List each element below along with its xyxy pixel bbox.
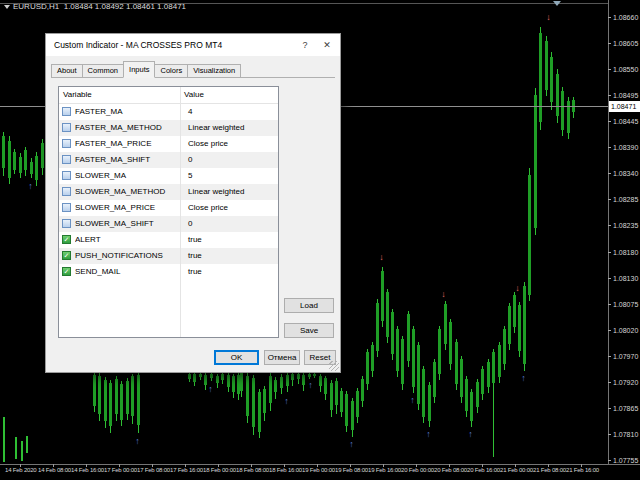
param-row-alert[interactable]: ✓ALERTtrue bbox=[59, 232, 278, 248]
time-label: 19 Feb 00:00 bbox=[302, 467, 335, 473]
time-scale[interactable]: 14 Feb 202014 Feb 08:0014 Feb 16:0017 Fe… bbox=[0, 465, 640, 480]
save-button[interactable]: Save bbox=[284, 323, 334, 338]
symbol-dropdown-icon[interactable] bbox=[4, 5, 10, 9]
candle-body bbox=[280, 377, 283, 388]
param-value[interactable]: Linear weighted bbox=[180, 184, 278, 200]
param-value[interactable]: Close price bbox=[180, 200, 278, 216]
cancel-button[interactable]: Отмена bbox=[264, 350, 300, 365]
candle-body bbox=[539, 33, 542, 122]
down-arrow-icon: ↓ bbox=[544, 13, 553, 22]
param-value[interactable]: true bbox=[180, 264, 278, 280]
param-value[interactable]: 0 bbox=[180, 216, 278, 232]
param-value[interactable]: Close price bbox=[180, 136, 278, 152]
up-arrow-icon: ↑ bbox=[347, 440, 356, 449]
up-arrow-icon: ↑ bbox=[26, 182, 35, 191]
candle-body bbox=[41, 143, 44, 168]
candle-body bbox=[93, 375, 96, 406]
price-label: 1.08495 bbox=[613, 92, 638, 99]
close-icon[interactable]: ✕ bbox=[318, 37, 336, 53]
candle-body bbox=[297, 374, 300, 379]
candle-body bbox=[345, 394, 348, 426]
candle-body bbox=[503, 329, 506, 364]
param-row-send_mail[interactable]: ✓SEND_MAILtrue bbox=[59, 264, 278, 280]
candle-body bbox=[401, 339, 404, 384]
candle-body bbox=[356, 391, 359, 417]
candle-body bbox=[381, 271, 384, 321]
table-header: Variable Value bbox=[59, 87, 278, 104]
table-rows: FASTER_MA4FASTER_MA_METHODLinear weighte… bbox=[59, 104, 278, 280]
down-arrow-icon: ↓ bbox=[439, 290, 448, 299]
price-label: 1.08130 bbox=[613, 275, 638, 282]
price-tick bbox=[608, 225, 611, 226]
time-label: 14 Feb 2020 bbox=[5, 467, 37, 473]
column-header-value[interactable]: Value bbox=[180, 87, 278, 103]
param-row-slower_ma_method[interactable]: SLOWER_MA_METHODLinear weighted bbox=[59, 184, 278, 200]
time-label: 20 Feb 16:00 bbox=[467, 467, 500, 473]
price-label: 1.07755 bbox=[613, 457, 638, 464]
param-row-slower_ma_shift[interactable]: SLOWER_MA_SHIFT0 bbox=[59, 216, 278, 232]
ohlc-values: 1.08484 1.08492 1.08461 1.08471 bbox=[64, 2, 186, 11]
price-tick bbox=[608, 121, 611, 122]
price-label: 1.08390 bbox=[613, 144, 638, 151]
boolean-input-icon: ✓ bbox=[62, 251, 71, 260]
param-name: SLOWER_MA bbox=[75, 168, 180, 184]
column-header-variable[interactable]: Variable bbox=[59, 87, 180, 103]
candle-body bbox=[274, 380, 277, 392]
mt4-chart-window: ↑↑↑↑↑↑↑↑↑↑↓↓↓↓ EURUSD,H1 1.08484 1.08492… bbox=[0, 0, 640, 480]
param-row-slower_ma[interactable]: SLOWER_MA5 bbox=[59, 168, 278, 184]
candle-body bbox=[221, 374, 224, 380]
candle-body bbox=[104, 380, 107, 421]
price-scale[interactable]: 1.086601.086051.085501.084951.084451.083… bbox=[608, 0, 640, 464]
candle-body bbox=[476, 382, 479, 407]
up-arrow-icon: ↑ bbox=[206, 385, 215, 394]
numeric-input-icon bbox=[62, 187, 71, 196]
param-row-push_notifications[interactable]: ✓PUSH_NOTIFICATIONStrue bbox=[59, 248, 278, 264]
tab-inputs[interactable]: Inputs bbox=[123, 61, 155, 78]
candle-body bbox=[8, 141, 11, 178]
param-value[interactable]: true bbox=[180, 232, 278, 248]
param-value[interactable]: 0 bbox=[180, 152, 278, 168]
param-value[interactable]: 4 bbox=[180, 104, 278, 120]
candle-body bbox=[508, 306, 511, 344]
candle-body bbox=[417, 345, 420, 404]
ok-button[interactable]: OK bbox=[214, 350, 259, 365]
price-tick bbox=[608, 304, 611, 305]
param-row-faster_ma_method[interactable]: FASTER_MA_METHODLinear weighted bbox=[59, 120, 278, 136]
chart-mark bbox=[3, 417, 5, 462]
load-button[interactable]: Load bbox=[284, 298, 334, 313]
price-tick bbox=[608, 278, 611, 279]
numeric-input-icon bbox=[62, 203, 71, 212]
param-value[interactable]: 5 bbox=[180, 168, 278, 184]
param-row-faster_ma[interactable]: FASTER_MA4 bbox=[59, 104, 278, 120]
time-label: 18 Feb 16:00 bbox=[269, 467, 302, 473]
tab-visualization[interactable]: Visualization bbox=[187, 64, 241, 77]
inputs-table: Variable Value FASTER_MA4FASTER_MA_METHO… bbox=[58, 86, 279, 338]
column-divider bbox=[180, 87, 181, 337]
price-label: 1.07865 bbox=[613, 405, 638, 412]
tab-colors[interactable]: Colors bbox=[154, 64, 188, 77]
candle-body bbox=[340, 391, 343, 412]
tab-common[interactable]: Common bbox=[82, 64, 124, 77]
price-tick bbox=[608, 408, 611, 409]
candle-body bbox=[131, 376, 134, 416]
up-arrow-icon: ↑ bbox=[282, 397, 291, 406]
param-value[interactable]: true bbox=[180, 248, 278, 264]
param-value[interactable]: Linear weighted bbox=[180, 120, 278, 136]
param-row-faster_ma_price[interactable]: FASTER_MA_PRICEClose price bbox=[59, 136, 278, 152]
candle-body bbox=[109, 383, 112, 426]
time-label: 18 Feb 08:00 bbox=[236, 467, 269, 473]
candle-body bbox=[204, 375, 207, 385]
down-arrow-icon: ↓ bbox=[513, 284, 522, 293]
resize-grip[interactable] bbox=[329, 361, 339, 371]
time-label: 17 Feb 16:00 bbox=[170, 467, 203, 473]
numeric-input-icon bbox=[62, 107, 71, 116]
candle-body bbox=[313, 374, 316, 376]
help-button[interactable]: ? bbox=[296, 37, 314, 53]
param-row-slower_ma_price[interactable]: SLOWER_MA_PRICEClose price bbox=[59, 200, 278, 216]
tab-about[interactable]: About bbox=[51, 64, 83, 77]
time-label: 14 Feb 08:00 bbox=[38, 467, 71, 473]
candle-body bbox=[513, 295, 516, 327]
param-name: FASTER_MA bbox=[75, 104, 180, 120]
param-row-faster_ma_shift[interactable]: FASTER_MA_SHIFT0 bbox=[59, 152, 278, 168]
candle-body bbox=[188, 374, 191, 379]
